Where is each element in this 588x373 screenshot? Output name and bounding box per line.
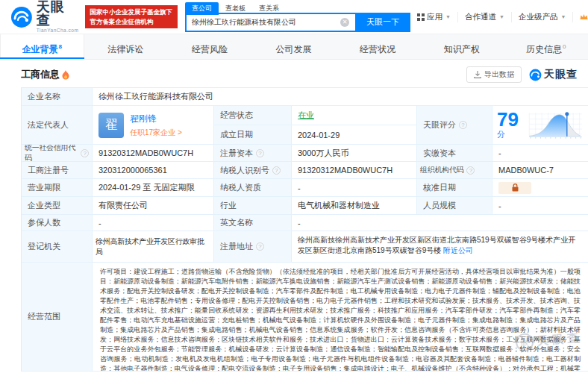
score-distribution-chart xyxy=(527,108,584,142)
nav-vip[interactable]: 开通会员▼ xyxy=(572,12,588,22)
field-value-org-code: MADB0WUC-7 xyxy=(492,162,588,179)
tab-label: 法律诉讼 xyxy=(107,44,143,54)
field-label-org-code: 组织机构代码? xyxy=(417,162,492,179)
tab-company-development[interactable]: 公司发展 xyxy=(252,34,337,59)
address-text: 徐州高新技徐州高新技术产业开发区新区街道北京南路519号双碳智谷9号楼术产业开发… xyxy=(298,236,575,254)
field-label-registry: 登记机关 xyxy=(22,231,93,263)
field-value-approval-date xyxy=(492,179,588,197)
hot-flame-icon xyxy=(62,70,69,80)
field-label-legal-rep: 法定代表人 xyxy=(22,106,93,145)
top-header: 天眼查 TianYanCha.com 国家中小企业发展子基金旗下 官方备案企业征… xyxy=(0,0,588,34)
field-value-taxpayer-quality: - xyxy=(292,179,417,197)
nav-apps-label: 应用 xyxy=(427,12,442,22)
info-icon[interactable]: ? xyxy=(459,121,467,129)
info-icon[interactable]: ? xyxy=(272,166,281,175)
info-icon[interactable]: ? xyxy=(256,242,264,251)
brand-domain: TianYanCha.com xyxy=(37,28,79,34)
field-value-insured: - xyxy=(93,215,214,231)
field-label-company-type: 企业类型 xyxy=(22,197,93,215)
field-label-credit-code: 统一社会信用代码? xyxy=(22,145,93,162)
tianyancha-logo[interactable]: 天眼查 TianYanCha.com xyxy=(10,0,79,34)
tianyancha-logo-icon xyxy=(529,69,542,81)
field-value-address: 徐州高新技徐州高新技术产业开发区新区街道北京南路519号双碳智谷9号楼术产业开发… xyxy=(292,231,588,263)
tab-operating-status[interactable]: 经营状况 xyxy=(336,34,420,59)
nav-coop-label: 合作通道 xyxy=(465,12,496,22)
search-input[interactable] xyxy=(185,13,355,32)
search-tab-boss[interactable]: 查老板 xyxy=(219,2,252,15)
tab-operating-risk[interactable]: 经营风险 xyxy=(168,34,252,59)
official-badge-line1: 国家中小企业发展子基金旗下 xyxy=(90,7,173,17)
clear-search-icon[interactable]: ✕ xyxy=(340,18,349,27)
field-label-staff-size: 人员规模 xyxy=(417,197,492,215)
tab-company-background[interactable]: 企业背景8 xyxy=(0,34,84,59)
official-badge-line2: 官方备案企业征信机构 xyxy=(90,17,173,27)
chevron-down-icon: ▼ xyxy=(499,14,504,19)
legal-rep-positions-link[interactable]: 任职17家企业 > xyxy=(130,128,182,138)
tab-label: 经营状况 xyxy=(360,44,395,54)
field-label-company-name: 企业名称 xyxy=(22,88,93,106)
tab-label: 历史信息 xyxy=(526,44,562,54)
header-nav: 应用▼ 合作通道▼ 企业级产品▼ 开通会员▼ 登录/注册 xyxy=(410,7,588,26)
field-value-established: 2024-01-29 xyxy=(292,125,417,145)
field-value-credit-code: 91320312MADB0WUC7H xyxy=(93,145,214,162)
info-icon[interactable]: ? xyxy=(256,149,264,157)
info-icon[interactable]: ? xyxy=(81,149,89,157)
tab-badge: 8 xyxy=(59,43,62,50)
field-value-legal-rep: 翟 翟刚锋 任职17家企业 > xyxy=(93,106,214,145)
search-type-tabs: 查公司 查老板 查关系 xyxy=(185,2,286,15)
tab-badge: 0 xyxy=(563,43,566,50)
field-value-reg-capital: 3000万人民币 xyxy=(292,145,417,162)
tab-history-info[interactable]: 历史信息0 xyxy=(504,34,588,59)
field-label-english-name: 英文名称 xyxy=(214,215,292,231)
search-tab-relation[interactable]: 查关系 xyxy=(252,2,286,15)
export-data-label: 导出数据 xyxy=(484,69,514,80)
download-icon xyxy=(474,71,481,78)
tianyancha-watermark-logo: 天眼查 xyxy=(529,68,578,81)
field-label-taxpayer-quality: 纳税人资质 xyxy=(214,179,292,197)
grid-icon xyxy=(417,13,425,21)
search-button[interactable]: 天眼一下 xyxy=(355,13,410,32)
legal-rep-link[interactable]: 翟刚锋 xyxy=(130,113,182,125)
field-value-reg-number: 320312000065361 xyxy=(93,162,214,179)
legal-rep-avatar[interactable]: 翟 xyxy=(98,113,124,138)
nav-apps[interactable]: 应用▼ xyxy=(410,12,457,22)
field-label-insured: 参保人数 xyxy=(22,215,93,231)
field-value-registry: 徐州高新技术产业开发区行政审批局 xyxy=(93,231,214,263)
field-label-status: 经营状态 xyxy=(214,106,292,125)
tab-label: 企业背景 xyxy=(22,44,58,54)
tab-label: 公司发展 xyxy=(276,44,312,54)
nearby-companies-link[interactable]: 附近公司 xyxy=(443,246,473,254)
field-value-company-type: 有限责任公司 xyxy=(93,197,214,215)
field-label-approval-date: 核准日期 xyxy=(417,179,492,197)
tianyancha-logo-icon xyxy=(10,6,33,28)
search-tab-company[interactable]: 查公司 xyxy=(185,2,219,15)
field-value-score: 79分 xyxy=(492,106,588,145)
export-data-button[interactable]: 导出数据 xyxy=(466,66,522,83)
business-info-table: 企业名称 徐州徐工玖行能源科技有限公司 法定代表人 翟 翟刚锋 任职17家企业 … xyxy=(21,87,588,372)
nav-coop[interactable]: 合作通道▼ xyxy=(457,12,511,22)
score-label: 天眼评分 xyxy=(423,119,456,131)
tab-label: 经营风险 xyxy=(192,44,228,54)
field-value-term: 2024-01-29 至 无固定期限 xyxy=(93,179,214,197)
tab-label: 知识产权 xyxy=(444,44,480,54)
field-label-taxpayer-id: 纳税人识别号? xyxy=(214,162,292,179)
field-label-established: 成立日期 xyxy=(214,125,292,145)
business-info-header: 工商信息 导出数据 天眼查 xyxy=(21,66,578,83)
field-value-scope: 许可项目：建设工程施工；道路货物运输（不含危险货物）（依法须经批准的项目，经相关… xyxy=(93,263,588,372)
official-badge: 国家中小企业发展子基金旗下 官方备案企业征信机构 xyxy=(85,5,178,29)
company-tabbar: 企业背景8 法律诉讼 经营风险 公司发展 经营状况 知识产权 历史信息0 xyxy=(0,34,588,60)
status-badge[interactable]: 在业 xyxy=(298,110,314,121)
field-label-reg-capital: 注册资本? xyxy=(214,145,292,162)
search-area: 查公司 查老板 查关系 ✕ 天眼一下 xyxy=(185,2,410,32)
field-value-paid-capital: - xyxy=(492,145,588,162)
field-label-paid-capital: 实缴资本 xyxy=(417,145,492,162)
tab-legal-proceedings[interactable]: 法律诉讼 xyxy=(84,34,169,59)
info-icon[interactable]: ? xyxy=(466,166,475,175)
lock-icon xyxy=(512,184,519,192)
field-label-term: 营业期限 xyxy=(22,179,93,197)
locked-value-pill[interactable] xyxy=(498,182,531,194)
field-label-industry: 行业 xyxy=(214,197,292,215)
score-unit: 分 xyxy=(497,130,505,139)
nav-enterprise-products[interactable]: 企业级产品▼ xyxy=(511,12,572,22)
tab-intellectual-property[interactable]: 知识产权 xyxy=(420,34,504,59)
